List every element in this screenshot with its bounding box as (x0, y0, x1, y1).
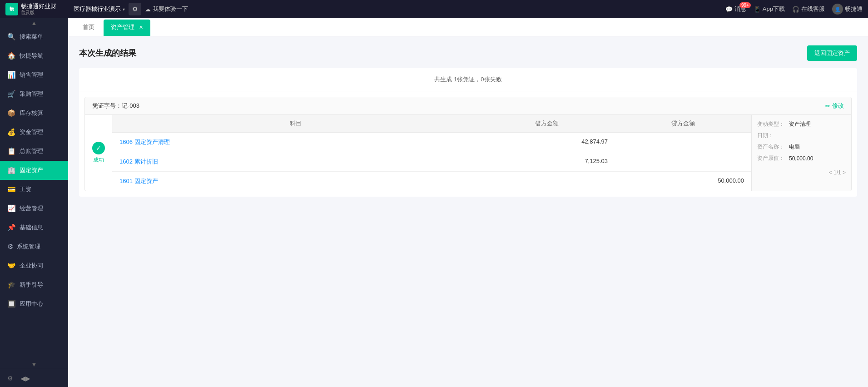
main-layout: ▲ 🔍 搜索菜单 🏠 快捷导航 📊 销售管理 🛒 采购管理 📦 库存核算 (0, 18, 868, 387)
sidebar-item-inventory[interactable]: 📦 库存核算 (0, 104, 68, 123)
voucher-no: 凭证字号：记-003 (92, 102, 139, 110)
success-col: ✓ 成功 (85, 115, 112, 191)
card-icon: 💳 (7, 185, 16, 194)
tab-bar: 首页 资产管理 ✕ (68, 18, 868, 36)
sidebar-item-label: 资金管理 (20, 128, 43, 136)
success-label: 成功 (93, 156, 104, 164)
asset-value-value: 50,000.00 (789, 155, 813, 162)
sidebar-settings-icon[interactable]: ⚙ (7, 375, 13, 382)
col-debit: 借方金额 (479, 115, 615, 132)
sidebar-item-collab[interactable]: 🤝 企业协同 (0, 256, 68, 275)
sidebar-item-label: 新手引导 (20, 281, 43, 289)
tab-asset-mgmt-label: 资产管理 (111, 24, 134, 30)
change-type-value: 资产清理 (789, 120, 811, 128)
page-content: 本次生成的结果 返回固定资产 共生成 1张凭证，0张失败 凭证字号：记-003 … (68, 36, 868, 387)
tab-close-icon[interactable]: ✕ (139, 25, 143, 30)
sidebar-item-label: 库存核算 (20, 109, 43, 117)
sidebar-item-ops[interactable]: 📈 经营管理 (0, 199, 68, 218)
cell-debit-2 (479, 172, 615, 191)
voucher-block: 凭证字号：记-003 ✏ 修改 ✓ 成功 (84, 97, 852, 191)
tab-asset-mgmt[interactable]: 资产管理 ✕ (104, 20, 150, 36)
cell-subject-0: 1606 固定资产清理 (112, 133, 479, 152)
page-header: 本次生成的结果 返回固定资产 (79, 45, 857, 61)
table-row: 1606 固定资产清理 42,874.97 (112, 133, 751, 152)
voucher-header: 凭证字号：记-003 ✏ 修改 (85, 97, 851, 115)
logo-area: 畅 畅捷通好业财 普及版 (5, 3, 74, 15)
header-center: 医疗器械行业演示 ▾ ⚙ ☁ 我要体验一下 (74, 3, 725, 15)
logo-icon: 畅 (5, 3, 18, 15)
return-button[interactable]: 返回固定资产 (807, 45, 857, 61)
table-row: 1601 固定资产 50,000.00 (112, 172, 751, 191)
page-title: 本次生成的结果 (79, 48, 136, 59)
company-name: 医疗器械行业演示 (74, 5, 121, 13)
sidebar-item-quick-nav[interactable]: 🏠 快捷导航 (0, 46, 68, 65)
col-credit: 贷方金额 (615, 115, 751, 132)
box-icon: 📦 (7, 109, 16, 117)
experience-button[interactable]: ☁ 我要体验一下 (145, 5, 188, 13)
sidebar-item-label: 固定资产 (20, 166, 43, 174)
user-name: 畅捷通 (845, 5, 863, 13)
sidebar-scroll-up[interactable]: ▲ (0, 18, 68, 27)
side-pagination[interactable]: < 1/1 > (757, 166, 846, 176)
logo-title: 畅捷通好业财 (21, 3, 56, 10)
sidebar-item-search[interactable]: 🔍 搜索菜单 (0, 27, 68, 46)
sidebar-item-fixed-assets[interactable]: 🏢 固定资产 (0, 161, 68, 180)
message-button[interactable]: 💬 消息 99+ (725, 5, 746, 13)
guide-icon: 🎓 (7, 281, 16, 289)
user-profile[interactable]: 👤 畅捷通 (832, 4, 863, 15)
sidebar-scroll-down[interactable]: ▼ (0, 360, 68, 369)
side-info-change-type: 变动类型： 资产清理 (757, 120, 846, 128)
top-header: 畅 畅捷通好业财 普及版 医疗器械行业演示 ▾ ⚙ ☁ 我要体验一下 💬 消息 … (0, 0, 868, 18)
sidebar-item-apps[interactable]: 🔲 应用中心 (0, 294, 68, 313)
header-right: 💬 消息 99+ 📱 App下载 🎧 在线客服 👤 畅捷通 (725, 4, 863, 15)
sidebar-item-guide[interactable]: 🎓 新手引导 (0, 275, 68, 294)
side-info-asset-name: 资产名称： 电脑 (757, 143, 846, 151)
message-badge: 99+ (739, 2, 751, 8)
settings-icon[interactable]: ⚙ (129, 3, 141, 15)
cell-subject-1: 1602 累计折旧 (112, 152, 479, 171)
sidebar-item-label: 总账管理 (20, 147, 43, 155)
table-header: 科目 借方金额 贷方金额 (112, 115, 751, 133)
cell-debit-0: 42,874.97 (479, 133, 615, 152)
content-area: 首页 资产管理 ✕ 本次生成的结果 返回固定资产 共生成 1张凭证，0张失败 (68, 18, 868, 387)
col-subject: 科目 (112, 115, 479, 132)
sidebar-item-system[interactable]: ⚙ 系统管理 (0, 237, 68, 256)
sidebar-footer: ⚙ ◀▶ (0, 369, 68, 387)
sidebar-item-purchase[interactable]: 🛒 采购管理 (0, 84, 68, 104)
app-download-button[interactable]: 📱 App下载 (754, 5, 785, 13)
sidebar-item-label: 搜索菜单 (20, 33, 43, 41)
cell-credit-2: 50,000.00 (615, 172, 751, 191)
experience-label: 我要体验一下 (153, 5, 188, 13)
side-info: 变动类型： 资产清理 日期： 资产名称： 电脑 (751, 115, 851, 191)
sidebar-item-basics[interactable]: 📌 基础信息 (0, 218, 68, 237)
company-select[interactable]: 医疗器械行业演示 ▾ (74, 5, 125, 13)
pin-icon: 📌 (7, 223, 16, 232)
sidebar-item-label: 基础信息 (20, 223, 43, 232)
chevron-down-icon: ▾ (123, 7, 125, 12)
tab-home[interactable]: 首页 (75, 20, 102, 36)
success-icon: ✓ (92, 142, 105, 154)
sidebar-item-salary[interactable]: 💳 工资 (0, 180, 68, 199)
summary-text: 共生成 1张凭证，0张失败 (434, 76, 501, 83)
message-icon: 💬 (725, 6, 733, 13)
avatar: 👤 (832, 4, 843, 15)
sidebar-collapse-icon[interactable]: ◀▶ (20, 375, 30, 382)
result-summary: 共生成 1张凭证，0张失败 (79, 68, 857, 91)
headset-icon: 🎧 (792, 6, 799, 13)
collab-icon: 🤝 (7, 262, 16, 270)
sidebar-item-finance[interactable]: 💰 资金管理 (0, 123, 68, 142)
side-info-date: 日期： (757, 132, 846, 139)
cell-credit-0 (615, 133, 751, 152)
system-icon: ⚙ (7, 243, 13, 251)
result-panel: 共生成 1张凭证，0张失败 凭证字号：记-003 ✏ 修改 (79, 68, 857, 197)
cart-icon: 🛒 (7, 90, 16, 98)
service-button[interactable]: 🎧 在线客服 (792, 5, 825, 13)
voucher-table: 科目 借方金额 贷方金额 1606 固定资产清理 42,874.97 1602 … (112, 115, 751, 191)
edit-label: 修改 (832, 102, 844, 110)
sidebar-item-sales[interactable]: 📊 销售管理 (0, 65, 68, 84)
sidebar-item-ledger[interactable]: 📋 总账管理 (0, 142, 68, 161)
app-download-label: App下载 (763, 5, 785, 13)
edit-button[interactable]: ✏ 修改 (825, 102, 844, 110)
sidebar-item-label: 经营管理 (20, 204, 43, 213)
sidebar: ▲ 🔍 搜索菜单 🏠 快捷导航 📊 销售管理 🛒 采购管理 📦 库存核算 (0, 18, 68, 387)
